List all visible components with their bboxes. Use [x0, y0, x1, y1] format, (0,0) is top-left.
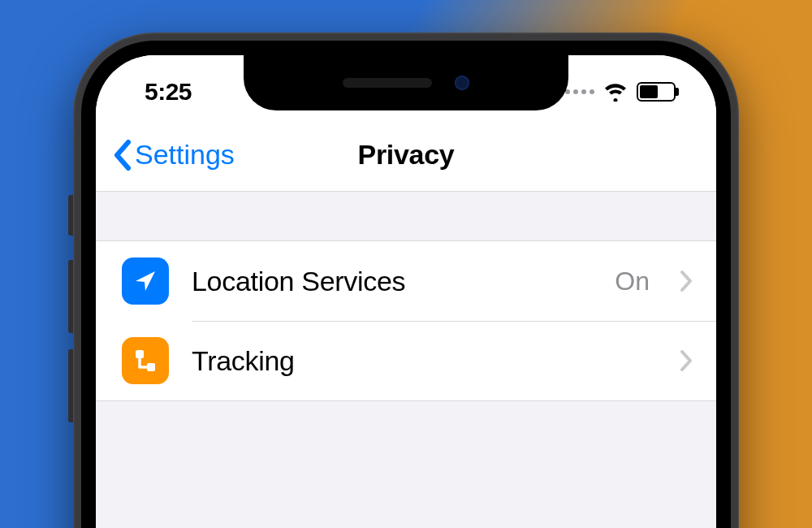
phone-bezel: 5:25: [81, 41, 731, 528]
wifi-icon: [603, 82, 628, 102]
side-button: [68, 195, 73, 236]
battery-icon: [637, 82, 676, 102]
status-icons: [565, 82, 676, 102]
row-label: Tracking: [192, 345, 656, 377]
phone-device-frame: 5:25: [73, 32, 739, 528]
front-camera: [455, 76, 469, 90]
speaker-grille: [343, 78, 432, 88]
phone-screen: 5:25: [96, 55, 716, 528]
navigation-bar: Settings Privacy: [96, 119, 716, 192]
location-services-row[interactable]: Location Services On: [96, 241, 716, 321]
back-button[interactable]: Settings: [112, 139, 235, 171]
tracking-row[interactable]: Tracking: [96, 321, 716, 400]
back-label: Settings: [135, 139, 235, 171]
tracking-icon: [122, 337, 169, 384]
settings-content: Location Services On: [96, 192, 716, 401]
row-value: On: [615, 266, 650, 296]
chevron-left-icon: [112, 139, 133, 171]
chevron-right-icon: [679, 269, 693, 293]
notch: [244, 55, 568, 110]
row-label: Location Services: [192, 266, 592, 297]
volume-up-button: [68, 260, 73, 333]
location-arrow-icon: [122, 258, 169, 305]
battery-level: [640, 85, 658, 98]
settings-group: Location Services On: [96, 240, 716, 401]
chevron-right-icon: [679, 348, 693, 373]
cellular-dots-icon: [565, 89, 594, 94]
status-time: 5:25: [145, 78, 192, 106]
volume-down-button: [68, 349, 73, 422]
